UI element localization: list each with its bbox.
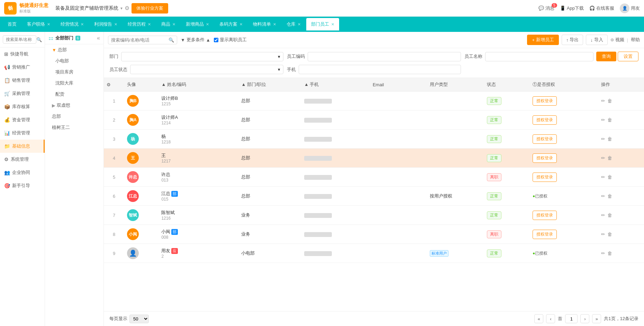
sidebar-item-finance[interactable]: 💰 资金管理 [0, 113, 45, 126]
dept-item-distribution[interactable]: 配货 [45, 89, 103, 100]
tab-close-icon[interactable]: ✕ [172, 22, 175, 27]
filter-dept-select[interactable]: ▾ [121, 52, 283, 61]
edit-icon[interactable]: ✏ [601, 174, 605, 180]
last-page-button[interactable]: » [592, 314, 601, 323]
auth-button[interactable]: 授权登录 [533, 211, 557, 220]
edit-icon[interactable]: ✏ [601, 155, 605, 161]
employee-search-input[interactable] [111, 37, 166, 43]
employee-name-input[interactable] [485, 52, 593, 61]
sidebar-item-marketing[interactable]: 📢 营销推广 [0, 61, 45, 74]
dept-item-project[interactable]: 项目库房 [45, 67, 103, 78]
per-page-select[interactable]: 50 100 [129, 315, 149, 323]
dept-item-zongbu[interactable]: ▼ 总部 [45, 44, 103, 55]
sidebar-item-operations[interactable]: 📊 经营管理 [0, 126, 45, 140]
dept-item-zongbu2[interactable]: 总部 [45, 111, 103, 122]
dept-item-xiaodian[interactable]: 小电部 [45, 55, 103, 67]
app-download-button[interactable]: 📱 App下载 [560, 5, 584, 11]
edit-icon[interactable]: ✏ [601, 193, 605, 199]
edit-icon[interactable]: ✏ [601, 98, 605, 104]
dept-collapse-icon[interactable]: « [97, 35, 100, 41]
tab-goods[interactable]: 商品 ✕ [156, 18, 180, 30]
dept-item-shenyang[interactable]: 沈阳大库 [45, 78, 103, 89]
edit-icon[interactable]: ✏ [601, 212, 605, 218]
phone-input[interactable] [299, 65, 461, 74]
export-button[interactable]: ↑ 导出 [562, 35, 583, 45]
col-dept[interactable]: ▲ 部门/职位 [238, 78, 301, 91]
tab-warehouse[interactable]: 仓库 ✕ [282, 18, 306, 30]
tab-new-goods[interactable]: 新增商品 ✕ [181, 18, 214, 30]
sidebar-item-collab[interactable]: 👥 企业协同 [0, 166, 45, 179]
delete-icon[interactable]: 🗑 [607, 98, 612, 104]
add-employee-button[interactable]: + 新增员工 [527, 35, 559, 45]
tab-close-icon[interactable]: ✕ [81, 22, 84, 27]
sidebar-item-sales[interactable]: 📋 销售管理 [0, 74, 45, 87]
more-filter-button[interactable]: ▼ 更多条件 ▲ [181, 37, 210, 43]
sidebar-item-basic[interactable]: 📁 基础信息 [0, 140, 45, 153]
dept-item-shuangxu[interactable]: ▶ 双虚想 [45, 100, 103, 111]
edit-icon[interactable]: ✏ [601, 136, 605, 142]
tab-close-icon[interactable]: ✕ [239, 22, 243, 27]
col-name[interactable]: ▲ 姓名/编码 [158, 78, 238, 91]
delete-icon[interactable]: 🗑 [607, 212, 612, 218]
first-page-button[interactable]: « [534, 314, 543, 323]
settings-icon[interactable]: ⚙ [125, 5, 129, 11]
page-number-input[interactable] [565, 314, 578, 323]
edit-icon[interactable]: ✏ [601, 117, 605, 123]
tab-operation[interactable]: 经营情况 ✕ [56, 18, 89, 30]
delete-icon[interactable]: 🗑 [607, 136, 612, 142]
auth-button[interactable]: 授权登录 [533, 173, 557, 182]
message-button[interactable]: 💬 消息 5 [538, 5, 554, 11]
delete-icon[interactable]: 🗑 [607, 174, 612, 180]
edit-icon[interactable]: ✏ [601, 250, 605, 256]
auth-button[interactable]: 授权登录 [533, 115, 557, 125]
view-button[interactable]: ⊙ 视频 [610, 37, 624, 43]
online-service-button[interactable]: 🎧 在线客服 [589, 5, 614, 11]
tab-customer[interactable]: 客户联络 ✕ [22, 18, 55, 30]
sidebar-item-system[interactable]: ⚙ 系统管理 [0, 153, 45, 166]
tab-close-icon[interactable]: ✕ [148, 22, 151, 27]
filter-status-select[interactable]: ▾ [130, 65, 283, 74]
sidebar-item-quick-nav[interactable]: ⊞ 快捷导航 [0, 47, 45, 61]
tab-bom[interactable]: 物料清单 ✕ [248, 18, 281, 30]
prev-page-button[interactable]: ‹ [546, 314, 555, 323]
tab-history[interactable]: 经营历程 ✕ [123, 18, 156, 30]
edit-icon[interactable]: ✏ [601, 231, 605, 237]
tab-department[interactable]: 部门员工 ✕ [306, 18, 339, 30]
dept-item-zhishu[interactable]: 植树王二 [45, 122, 103, 133]
auth-button[interactable]: 授权登录 [533, 153, 557, 163]
filter-set-button[interactable]: 设置 [618, 52, 638, 61]
auth-button[interactable]: 授权登录 [533, 134, 557, 144]
next-page-button[interactable]: › [580, 314, 589, 323]
delete-icon[interactable]: 🗑 [607, 155, 612, 161]
tab-barcode[interactable]: 条码方案 ✕ [215, 18, 247, 30]
col-phone[interactable]: ▲ 手机 [301, 78, 370, 91]
delete-icon[interactable]: 🗑 [607, 231, 612, 237]
sidebar-item-purchase[interactable]: 🛒 采购管理 [0, 87, 45, 100]
tab-close-icon[interactable]: ✕ [47, 22, 50, 27]
sidebar-search-input[interactable] [3, 35, 36, 44]
tab-home[interactable]: 首页 [3, 18, 21, 30]
help-button[interactable]: 帮助 [631, 37, 640, 43]
user-menu[interactable]: 👤 用友 [620, 3, 640, 13]
auth-button[interactable]: 授权登录 [533, 96, 557, 106]
sidebar-item-inventory[interactable]: 📦 库存核算 [0, 100, 45, 113]
delete-icon[interactable]: 🗑 [607, 193, 612, 199]
trial-button[interactable]: 体验行业方案 [131, 3, 168, 14]
tab-close-icon[interactable]: ✕ [298, 22, 301, 27]
tab-close-icon[interactable]: ✕ [206, 22, 209, 27]
import-button[interactable]: ↓ 导入 [586, 35, 608, 45]
delete-icon[interactable]: 🗑 [607, 117, 612, 123]
sidebar-item-guide[interactable]: 🎯 新手引导 [0, 179, 45, 192]
auth-button[interactable]: 授权登录 [533, 230, 557, 239]
filter-search-button[interactable]: 查询 [596, 52, 616, 61]
tab-profit[interactable]: 利润报告 ✕ [89, 18, 122, 30]
dropdown-arrow-icon[interactable]: ▾ [120, 6, 123, 11]
employee-code-input[interactable] [308, 52, 461, 61]
tab-close-icon[interactable]: ✕ [114, 22, 117, 27]
tab-close-icon[interactable]: ✕ [331, 22, 334, 27]
tab-close-icon[interactable]: ✕ [273, 22, 276, 27]
show-resigned-checkbox[interactable] [214, 38, 218, 42]
delete-icon[interactable]: 🗑 [607, 250, 612, 256]
col-settings[interactable]: ⚙ [104, 78, 124, 91]
search-submit-icon[interactable]: 🔍 [169, 37, 174, 43]
